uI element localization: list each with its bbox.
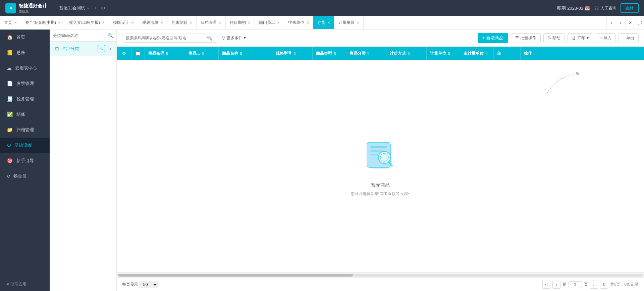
th-category[interactable]: 商品分类 ⇅ [346, 47, 386, 60]
tab-close-icon[interactable]: ✕ [277, 21, 280, 25]
edit-category-icon[interactable]: ✎ [98, 45, 105, 52]
last-page-button[interactable]: ⟩⟩ [600, 281, 608, 289]
logo-area: ✦ 畅捷通好会计 旗舰版 [5, 3, 55, 13]
sidebar-item-tax[interactable]: 🧾 税务管理 [0, 91, 50, 107]
first-page-button[interactable]: ⟨⟨ [542, 281, 550, 289]
th-price-method[interactable]: 计价方式 ⇅ [386, 47, 427, 60]
tab-close-icon[interactable]: ✕ [160, 21, 163, 25]
table-header: ⚙ 商品条码 ⇅ 商品... ⇅ [117, 47, 644, 60]
tab-close-icon[interactable]: ✕ [190, 21, 192, 25]
tab-close-icon[interactable]: ✕ [248, 21, 251, 25]
sort-spec-icon[interactable]: ⇅ [293, 52, 296, 55]
tab-close-icon[interactable]: ✕ [327, 21, 330, 25]
select-all-checkbox[interactable] [136, 51, 140, 56]
add-product-button[interactable]: + 新增商品 [478, 33, 508, 43]
tab-subject-init[interactable]: 科目期初 ✕ [226, 16, 255, 30]
category-search-bar: 🔍 [50, 30, 116, 42]
tab-prev-button[interactable]: ‹ [606, 16, 616, 30]
next-page-button[interactable]: › [590, 281, 598, 289]
sidebar-item-archive[interactable]: 📁 归档管理 [0, 122, 50, 138]
tab-contacts[interactable]: 往来单位 ✕ [284, 16, 313, 30]
tab-close-icon[interactable]: ✕ [306, 21, 309, 25]
th-name[interactable]: 商品名称 ⇅ [219, 47, 272, 60]
sort-price-icon[interactable]: ⇅ [407, 52, 410, 55]
sidebar-item-cloud-report[interactable]: ☁ 云报表中心 [0, 60, 50, 76]
category-search-input[interactable] [53, 33, 106, 38]
batch-ops-button[interactable]: ☰ 批量操作 [511, 33, 541, 43]
tab-close-icon[interactable]: ✕ [58, 21, 61, 25]
tab-unit[interactable]: 计量单位 ✕ [334, 16, 364, 30]
tab-dept-staff[interactable]: 部门员工 ✕ [255, 16, 284, 30]
collapse-icon[interactable]: ◂ [109, 47, 111, 51]
tab-tax-list[interactable]: 税表清单 ✕ [138, 16, 167, 30]
category-search-icon[interactable]: 🔍 [108, 33, 113, 38]
company-dropdown-icon[interactable]: ▾ [87, 6, 89, 10]
help-button[interactable]: 🎧 人工咨询 [594, 5, 616, 11]
tab-income-statement[interactable]: 收入支出表(年报) ✕ [65, 16, 109, 30]
tab-period-carry[interactable]: 期末结转 ✕ [167, 16, 197, 30]
th-extra[interactable]: 主 [494, 47, 521, 60]
tab-next-button[interactable]: › [616, 16, 625, 30]
print-button[interactable]: 🖨 打印 ▾ [568, 33, 593, 43]
sort-code-icon[interactable]: ⇅ [201, 52, 204, 55]
tab-close-icon[interactable]: ✕ [219, 21, 221, 25]
sidebar-item-home[interactable]: 🏠 首页 [0, 30, 50, 45]
th-barcode[interactable]: 商品条码 ⇅ [145, 47, 185, 60]
settings-icon[interactable]: ⚙ [101, 5, 105, 11]
sort-category-icon[interactable]: ⇅ [367, 52, 370, 55]
calendar-icon[interactable]: 📅 [585, 6, 590, 11]
sort-unit-icon[interactable]: ⇅ [447, 52, 450, 55]
page-size-select: 每页显示 50 100 200 [122, 281, 158, 288]
sidebar-item-member[interactable]: V 畅会员 [0, 168, 50, 184]
th-settings[interactable]: ⚙ [117, 47, 131, 60]
th-check[interactable] [131, 47, 145, 60]
sort-type-icon[interactable]: ⇅ [333, 52, 336, 55]
grid-icon: ⊞ [55, 46, 59, 51]
tab-template-design[interactable]: 模版设计 ✕ [109, 16, 138, 30]
export-button[interactable]: ↓ 导出 [619, 33, 639, 43]
tab-close-icon[interactable]: ✕ [357, 21, 359, 25]
th-code[interactable]: 商品... ⇅ [185, 47, 219, 60]
member-icon: V [7, 174, 10, 179]
sidebar-item-close[interactable]: ✅ 结账 [0, 107, 50, 122]
page-number-input[interactable] [569, 281, 582, 288]
product-search-bar[interactable]: 🔍 [122, 34, 216, 43]
tab-balance-sheet[interactable]: 资产负债表(中期) ✕ [21, 16, 65, 30]
sidebar-item-guide[interactable]: 🎯 新手引导 [0, 153, 50, 168]
sidebar-item-invoice[interactable]: 📄 发票管理 [0, 76, 50, 91]
tab-archive[interactable]: 归档管理 ✕ [197, 16, 226, 30]
tab-inventory[interactable]: 存货 ✕ [313, 16, 334, 30]
th-main-unit[interactable]: 主计量单位 ⇅ [460, 47, 494, 60]
scroll-track[interactable] [118, 274, 643, 277]
settings-col-icon[interactable]: ⚙ [122, 51, 126, 56]
sort-main-unit-icon[interactable]: ⇅ [485, 52, 488, 55]
th-type[interactable]: 商品类型 ⇅ [313, 47, 346, 60]
cloud-icon: ☁ [7, 65, 12, 71]
unpin-sidebar-button[interactable]: ◄ 取消固定 [0, 277, 50, 291]
tab-close-all-button[interactable]: ✕ [625, 16, 635, 30]
product-search-input[interactable] [126, 36, 205, 40]
import-button[interactable]: ↑ 导入 [596, 33, 616, 43]
category-all-item[interactable]: ⊞ 全部分类 ✎ ◂ [50, 42, 116, 56]
product-search-icon[interactable]: 🔍 [207, 36, 212, 41]
horizontal-scrollbar[interactable] [117, 272, 644, 278]
move-button[interactable]: ⇅ 移动 [543, 33, 565, 43]
tab-expand-button[interactable]: ⛶ [635, 16, 644, 30]
add-tab-icon[interactable]: ＋ [93, 5, 98, 11]
tab-close-icon[interactable]: ✕ [131, 21, 134, 25]
sort-barcode-icon[interactable]: ⇅ [166, 52, 168, 55]
tab-close-icon[interactable]: ✕ [102, 21, 105, 25]
th-unit[interactable]: 计量单位 ⇅ [427, 47, 460, 60]
page-size-dropdown[interactable]: 50 100 200 [140, 281, 158, 288]
prev-page-button[interactable]: ‹ [552, 281, 560, 289]
tab-home[interactable]: 首页 ✕ [0, 16, 21, 30]
sort-name-icon[interactable]: ⇅ [239, 52, 242, 55]
tab-close-icon[interactable]: ✕ [14, 21, 17, 25]
th-spec[interactable]: 规格型号 ⇅ [272, 47, 313, 60]
company-name[interactable]: 基层工会测试 ▾ ＋ ⚙ [59, 5, 553, 11]
filter-button[interactable]: ▽ 更多条件 ▾ [219, 34, 249, 43]
account-button[interactable]: 会计 [621, 3, 639, 13]
scroll-thumb[interactable] [118, 274, 353, 277]
sidebar-item-ledger[interactable]: 📒 总账 [0, 45, 50, 60]
sidebar-item-basic-settings[interactable]: ⚙ 基础设置 [0, 138, 50, 153]
